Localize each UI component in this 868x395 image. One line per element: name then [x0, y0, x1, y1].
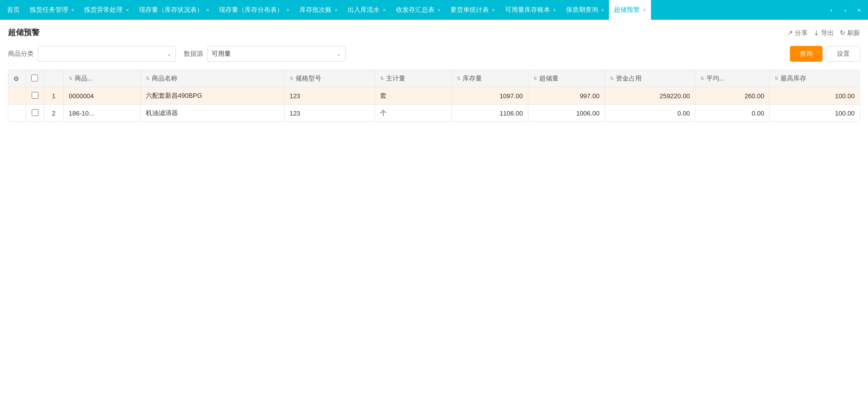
- nav-item-close[interactable]: ×: [71, 7, 74, 13]
- row-overstock: 997.00: [528, 87, 605, 105]
- row-code: 0000004: [64, 87, 141, 105]
- row-avg: 260.00: [695, 87, 769, 105]
- row-num: 2: [44, 105, 64, 122]
- refresh-icon: ↻: [840, 29, 845, 37]
- nav-item-order-stat[interactable]: 要货单统计表×: [445, 0, 500, 20]
- nav-item-close[interactable]: ×: [601, 7, 604, 13]
- th-capital[interactable]: ⇅资金占用: [605, 70, 695, 87]
- header-actions: ↗ 分享 ⤓ 导出 ↻ 刷新: [787, 29, 860, 38]
- settings-button[interactable]: 设置: [826, 46, 860, 62]
- row-checkbox[interactable]: [32, 92, 39, 99]
- nav-item-close[interactable]: ×: [553, 7, 556, 13]
- category-filter: 商品分类 ⌄: [8, 46, 176, 62]
- th-name[interactable]: ⇅商品名称: [140, 70, 284, 87]
- row-capital: 259220.00: [605, 87, 695, 105]
- th-num: [44, 70, 64, 87]
- filter-actions: 查询 设置: [790, 46, 860, 62]
- th-stock[interactable]: ⇅库存量: [451, 70, 528, 87]
- row-max-stock: 100.00: [769, 105, 860, 122]
- sort-icon-stock: ⇅: [457, 77, 461, 81]
- nav-item-batch[interactable]: 库存批次账×: [295, 0, 343, 20]
- refresh-button[interactable]: ↻ 刷新: [840, 29, 860, 38]
- row-unit: 套: [375, 87, 451, 105]
- nav-item-label: 拣货任务管理: [30, 5, 68, 14]
- datasource-select[interactable]: 可用量 ⌄: [207, 46, 346, 62]
- nav-item-close[interactable]: ×: [437, 7, 440, 13]
- nav-item-stock-status[interactable]: 现存量（库存状况表）×: [134, 0, 214, 20]
- nav-item-task-mgmt[interactable]: 拣货任务管理×: [25, 0, 79, 20]
- nav-item-label: 可用量库存账本: [505, 5, 550, 14]
- nav-arrow-left[interactable]: ‹: [825, 0, 838, 20]
- row-name: 机油滤清器: [140, 105, 284, 122]
- nav-item-label: 首页: [7, 5, 20, 14]
- datasource-filter: 数据源 可用量 ⌄: [184, 46, 346, 62]
- category-select-arrow: ⌄: [167, 50, 172, 57]
- nav-item-close[interactable]: ×: [126, 7, 129, 13]
- row-gear-cell: [8, 87, 26, 105]
- sort-icon-name: ⇅: [146, 77, 150, 81]
- nav-item-collect[interactable]: 收发存汇总表×: [391, 0, 445, 20]
- nav-item-label: 现存量（库存分布表）: [219, 5, 283, 14]
- export-button[interactable]: ⤓ 导出: [814, 29, 834, 38]
- table-row: 10000004六配套新昌490BPG123套1097.00997.002592…: [8, 87, 860, 105]
- th-avg[interactable]: ⇅平均...: [695, 70, 769, 87]
- page-header: 超储预警 ↗ 分享 ⤓ 导出 ↻ 刷新: [8, 28, 860, 38]
- share-button[interactable]: ↗ 分享: [787, 29, 808, 38]
- category-label: 商品分类: [8, 49, 34, 58]
- nav-item-inout[interactable]: 出入库流水×: [343, 0, 391, 20]
- nav-item-stock-dist[interactable]: 现存量（库存分布表）×: [214, 0, 294, 20]
- page-content: 超储预警 ↗ 分享 ⤓ 导出 ↻ 刷新 商品分类 ⌄ 数据源: [0, 20, 868, 395]
- nav-item-label: 超储预警: [614, 5, 640, 14]
- nav-arrow-right[interactable]: ›: [838, 0, 852, 20]
- sort-icon-capital: ⇅: [610, 77, 614, 81]
- th-unit[interactable]: ⇅主计量: [375, 70, 451, 87]
- th-gear[interactable]: ⚙: [8, 70, 26, 87]
- nav-item-overstock-alert[interactable]: 超储预警×: [609, 0, 651, 20]
- sort-icon-code: ⇅: [69, 77, 73, 81]
- row-stock: 1097.00: [451, 87, 528, 105]
- share-icon: ↗: [787, 29, 793, 37]
- nav-arrow-more[interactable]: ×: [852, 0, 866, 20]
- nav-item-close[interactable]: ×: [286, 7, 289, 13]
- nav-item-label: 库存批次账: [300, 5, 332, 14]
- datasource-value: 可用量: [212, 49, 231, 58]
- th-overstock[interactable]: ⇅超储量: [528, 70, 605, 87]
- query-button[interactable]: 查询: [790, 46, 823, 62]
- nav-item-close[interactable]: ×: [643, 7, 646, 13]
- nav-item-close[interactable]: ×: [383, 7, 386, 13]
- sort-icon-unit: ⇅: [380, 77, 384, 81]
- row-avg: 0.00: [695, 105, 769, 122]
- nav-item-close[interactable]: ×: [335, 7, 338, 13]
- datasource-arrow: ⌄: [336, 50, 341, 57]
- nav-item-label: 要货单统计表: [450, 5, 489, 14]
- nav-item-home[interactable]: 首页: [2, 0, 25, 20]
- row-name: 六配套新昌490BPG: [140, 87, 284, 105]
- sort-icon-avg: ⇅: [700, 77, 704, 81]
- nav-item-label: 出入库流水: [347, 5, 380, 14]
- nav-item-label: 保质期查询: [566, 5, 598, 14]
- page-title: 超储预警: [8, 28, 40, 38]
- row-capital: 0.00: [605, 105, 695, 122]
- th-max-stock[interactable]: ⇅最高库存: [769, 70, 860, 87]
- category-select[interactable]: ⌄: [38, 46, 176, 62]
- table-row: 2186-10...机油滤清器123个1106.001006.000.000.0…: [8, 105, 860, 122]
- nav-item-expiry[interactable]: 保质期查询×: [561, 0, 609, 20]
- nav-item-label: 现存量（库存状况表）: [139, 5, 203, 14]
- row-checkbox-cell: [26, 87, 44, 105]
- row-num: 1: [44, 87, 64, 105]
- row-checkbox[interactable]: [32, 109, 39, 116]
- row-gear-cell: [8, 105, 26, 122]
- th-code[interactable]: ⇅商品...: [64, 70, 141, 87]
- nav-item-close[interactable]: ×: [492, 7, 495, 13]
- nav-item-avail-ledger[interactable]: 可用量库存账本×: [500, 0, 561, 20]
- table-header: ⚙ ⇅商品... ⇅商品名称 ⇅规格型号 ⇅主计量 ⇅库存量: [8, 70, 860, 87]
- select-all-checkbox[interactable]: [31, 75, 38, 81]
- row-checkbox-cell: [26, 105, 44, 122]
- nav-item-label: 收发存汇总表: [396, 5, 434, 14]
- filter-row: 商品分类 ⌄ 数据源 可用量 ⌄ 查询 设置: [8, 46, 860, 62]
- nav-item-abnormal[interactable]: 拣货异常处理×: [79, 0, 133, 20]
- export-icon: ⤓: [814, 29, 819, 37]
- sort-icon-spec: ⇅: [290, 77, 294, 81]
- th-spec[interactable]: ⇅规格型号: [284, 70, 375, 87]
- nav-item-close[interactable]: ×: [206, 7, 209, 13]
